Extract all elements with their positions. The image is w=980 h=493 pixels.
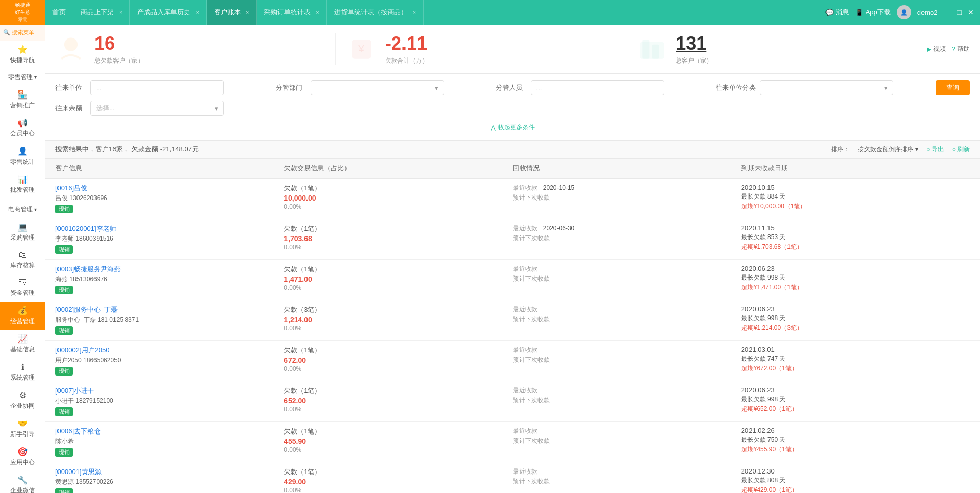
window-maximize-icon[interactable]: □: [957, 8, 962, 16]
debt-count-3: 欠款（3笔）: [284, 305, 512, 314]
logo-text: 畅捷通好生意示意: [15, 2, 30, 23]
customer-info-cell: [0002]服务中心_丁磊 服务中心_丁磊 181 0125 8371 现销: [55, 305, 284, 335]
sidebar-item-quick-nav[interactable]: ⭐ 快捷导航: [0, 41, 45, 69]
tab-customer-account[interactable]: 客户账本 ×: [207, 0, 257, 25]
sidebar-item-retail-stats[interactable]: 📊 批发管理: [0, 170, 45, 199]
sidebar-item-marketing[interactable]: 📢 会员中心: [0, 114, 45, 142]
sidebar-item-inventory[interactable]: 🏗 资金管理: [0, 274, 45, 302]
finance-icon: 💰: [17, 306, 28, 315]
enterprise-icon: 🤝: [17, 419, 28, 428]
tab-purchase-order-label: 采购订单统计表: [264, 8, 311, 17]
sort-selector[interactable]: 按欠款金额倒序排序 ▾: [858, 145, 918, 154]
debt-customers-number: 16: [94, 33, 144, 54]
sidebar-item-enterprise[interactable]: 🤝 新手引导: [0, 415, 45, 443]
sidebar-item-label: 应用中心: [10, 458, 35, 467]
overdue-link-4[interactable]: 超期¥672.00（1笔）: [741, 364, 970, 373]
export-label: 导出: [932, 145, 944, 154]
balance-arrow-icon: ▾: [215, 105, 218, 112]
tab-purchase-stats[interactable]: 进货单统计表（按商品） ×: [327, 0, 424, 25]
tab-home[interactable]: 首页: [45, 0, 73, 25]
table-row: [0016]吕俊 吕俊 13026203696 现销 欠款（1笔） 10,000…: [45, 179, 980, 219]
sidebar-item-retail-mall[interactable]: 🏪 营销推广: [0, 86, 45, 114]
sidebar-item-basic-info[interactable]: ℹ 系统管理: [0, 358, 45, 386]
app-download-btn[interactable]: 📱 App下载: [855, 8, 891, 17]
avatar[interactable]: 👤: [897, 5, 911, 19]
overdue-link-5[interactable]: 超期¥652.00（1笔）: [741, 405, 970, 413]
window-minimize-icon[interactable]: —: [944, 8, 951, 16]
summary-card-debt-customers: 16 总欠款客户（家）: [55, 33, 336, 65]
batch-mgmt-label: 电商管理: [8, 205, 33, 214]
customer-tag-4: 现销: [55, 367, 73, 376]
customer-name-1[interactable]: [0001020001]李老师: [55, 224, 284, 233]
topbar: 首页 商品上下架 × 产成品入库单历史 × 客户账本 × 采购订单统计表 ×: [45, 0, 980, 25]
customer-info-cell: [000002]用户2050 用户2050 18665062050 现销: [55, 346, 284, 376]
person-input[interactable]: ...: [531, 80, 664, 95]
topbar-actions: 💬 消息 📱 App下载 👤 demo2 — □ ✕: [819, 5, 980, 19]
overdue-link-6[interactable]: 超期¥455.90（1笔）: [741, 445, 970, 454]
sidebar-item-finance[interactable]: 💰 经营管理: [0, 302, 45, 330]
balance-select[interactable]: 选择... ▾: [90, 101, 224, 116]
sidebar-item-retail-mgmt[interactable]: 零售管理 ▾: [0, 69, 45, 86]
tab-product-history[interactable]: 产成品入库单历史 ×: [130, 0, 206, 25]
sidebar-item-guide[interactable]: 🎯 应用中心: [0, 443, 45, 471]
from-unit-input[interactable]: ...: [90, 80, 224, 95]
tab-purchase-order[interactable]: 采购订单统计表 ×: [257, 0, 326, 25]
tab-product-history-label: 产成品入库单历史: [137, 8, 190, 17]
app-download-label: App下载: [866, 8, 891, 17]
tab-purchase-stats-close[interactable]: ×: [413, 9, 416, 15]
overdue-days-2: 最长欠款 998 天: [741, 273, 970, 282]
customer-info-cell: [0007]小进干 小进干 18279152100 现销: [55, 386, 284, 416]
customer-phone-6: 陈小希: [55, 437, 284, 446]
table-row: [0003]畅捷服务尹海燕 海燕 18513066976 现销 欠款（1笔） 1…: [45, 260, 980, 300]
overdue-link-2[interactable]: 超期¥1,471.00（1笔）: [741, 283, 970, 292]
table-header-overdue: 到期未收款日期: [741, 164, 970, 173]
unit-class-arrow-icon: ▾: [884, 84, 888, 92]
filter-person: 分管人员 ...: [496, 80, 708, 95]
tab-product-history-close[interactable]: ×: [196, 9, 199, 15]
sidebar-item-member[interactable]: 👤 零售统计: [0, 142, 45, 170]
overdue-link-1[interactable]: 超期¥1,703.68（1笔）: [741, 243, 970, 251]
export-btn[interactable]: ○ 导出: [927, 145, 944, 154]
overdue-date-4: 2021.03.01: [741, 346, 970, 353]
overdue-link-0[interactable]: 超期¥10,000.00（1笔）: [741, 202, 970, 211]
debt-percent-5: 0.00%: [284, 406, 512, 413]
collapse-btn[interactable]: ⋀ 收起更多条件: [491, 123, 535, 132]
refresh-btn[interactable]: ○ 刷新: [952, 145, 970, 154]
customer-name-4[interactable]: [000002]用户2050: [55, 346, 284, 355]
dept-select[interactable]: ▾: [311, 80, 444, 95]
tab-purchase-order-close[interactable]: ×: [316, 9, 319, 15]
recovery-cell-1: 最近收款 2020-06-30 预计下次收款: [513, 224, 741, 243]
message-btn[interactable]: 💬 消息: [825, 8, 849, 17]
help-btn[interactable]: ? 帮助: [952, 45, 970, 53]
customer-name-2[interactable]: [0003]畅捷服务尹海燕: [55, 265, 284, 274]
sidebar-item-system[interactable]: ⚙ 企业协同: [0, 386, 45, 415]
tab-customer-account-close[interactable]: ×: [246, 9, 249, 15]
recovery-cell-5: 最近收款 预计下次收款: [513, 386, 741, 405]
overdue-cell-2: 2020.06.23 最长欠款 998 天 超期¥1,471.00（1笔）: [741, 265, 970, 292]
tab-product-status-close[interactable]: ×: [119, 9, 122, 15]
debt-percent-6: 0.00%: [284, 446, 512, 453]
sidebar-item-batch-mgmt[interactable]: 电商管理 ▾: [0, 201, 45, 218]
overdue-link-3[interactable]: 超期¥1,214.00（3笔）: [741, 324, 970, 332]
overdue-link-7[interactable]: 超期¥429.00（1笔）: [741, 486, 970, 493]
sidebar-item-ecommerce[interactable]: 💻 采购管理: [0, 218, 45, 246]
sidebar-item-operations[interactable]: 📈 基础信息: [0, 330, 45, 358]
tab-product-status[interactable]: 商品上下架 ×: [73, 0, 130, 25]
customer-name-0[interactable]: [0016]吕俊: [55, 184, 284, 193]
recovery-cell-2: 最近收款 预计下次收款: [513, 265, 741, 283]
search-button[interactable]: 查询: [936, 80, 970, 95]
recovery-date-1: 2020-06-30: [543, 225, 574, 232]
sidebar: 畅捷通好生意示意 🔍 搜索菜单 ⭐ 快捷导航 零售管理 ▾ 🏪 营销推广 📢: [0, 0, 45, 493]
sidebar-item-app-center[interactable]: 🔧 企业微信: [0, 471, 45, 493]
customer-name-6[interactable]: [0006]去下粮仓: [55, 427, 284, 436]
customer-name-5[interactable]: [0007]小进干: [55, 386, 284, 396]
sidebar-search[interactable]: 🔍 搜索菜单: [0, 25, 45, 41]
customer-name-7[interactable]: [000001]黄思源: [55, 467, 284, 477]
customer-name-3[interactable]: [0002]服务中心_丁磊: [55, 305, 284, 314]
window-close-icon[interactable]: ✕: [968, 8, 974, 16]
video-btn[interactable]: ▶ 视频: [927, 45, 946, 53]
unit-class-select[interactable]: ▾: [760, 80, 893, 95]
customer-info-cell: [0001020001]李老师 李老师 18600391516 现销: [55, 224, 284, 254]
customer-tag-6: 现销: [55, 448, 73, 457]
sidebar-item-purchase[interactable]: 🛍 库存核算: [0, 246, 45, 274]
